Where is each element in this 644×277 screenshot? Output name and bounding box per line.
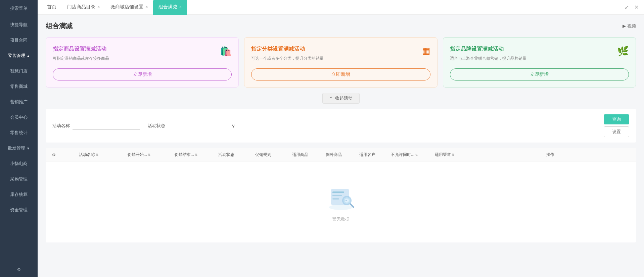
sidebar-item-xiaochang-ecom[interactable]: 小畅电商 [0,156,38,171]
sidebar-item-marketing[interactable]: 营销推广 [0,94,38,110]
chevron-down-icon: ∨ [232,123,235,128]
table-section: ⚙ 活动名称 ⇅ 促销开始... ⇅ 促销结束... ⇅ 活动状态 促销规则 适… [46,148,636,242]
category-card-title: 指定分类设置满减活动 [251,46,430,53]
page-header: 组合满减 ▶ 视频 [46,21,636,31]
cards-section: 🛍️ 指定商品设置满减活动 可指定滞销商品或库存较多商品 立即新增 ▦ 指定分类… [46,37,636,88]
chevron-up-icon: ▲ [27,54,30,58]
sidebar-item-project-contract[interactable]: 项目合同 [0,33,38,48]
play-icon: ▶ [623,23,626,29]
sidebar-item-inventory-calc[interactable]: 库存核算 [0,187,38,202]
filter-name-field: 活动名称 [52,122,140,130]
tab-combo-discount[interactable]: 组合满减 × [153,0,187,15]
setting-button[interactable]: 设置 [604,126,629,137]
th-start[interactable]: 促销开始... ⇅ [116,152,163,158]
filter-status-label: 活动状态 [148,123,165,129]
video-link[interactable]: ▶ 视频 [623,23,636,29]
table-header: ⚙ 活动名称 ⇅ 促销开始... ⇅ 促销结束... ⇅ 活动状态 促销规则 适… [46,148,636,162]
query-button[interactable]: 查询 [604,114,629,124]
filter-status-select[interactable]: ∨ [168,122,235,130]
th-gear[interactable]: ⚙ [46,153,62,157]
tab-store-catalog[interactable]: 门店商品目录 × [62,0,105,15]
sort-icon: ⇅ [148,153,150,157]
collapse-bar: ⌃ 收起活动 [46,93,636,104]
product-card: 🛍️ 指定商品设置满减活动 可指定滞销商品或库存较多商品 立即新增 [46,37,239,88]
sort-icon: ⇅ [452,153,454,157]
filter-name-label: 活动名称 [52,123,70,129]
page-title: 组合满减 [46,21,73,31]
sort-icon: ⇅ [415,153,418,157]
close-icon[interactable]: × [145,5,148,9]
sidebar: 搜索菜单 快捷导航 项目合同 零售管理 ▲ 智慧门店 零售商城 营销推广 会员中… [0,0,38,277]
tab-bar: 首页 门店商品目录 × 微商城店铺设置 × 组合满减 × ⤢ ✕ [38,0,644,15]
sidebar-search[interactable]: 搜索菜单 [0,0,38,17]
gear-icon: ⚙ [52,153,56,157]
svg-rect-4 [332,198,339,200]
empty-icon: ? [324,182,358,212]
product-card-desc: 可指定滞销商品或库存较多商品 [53,55,232,62]
restore-icon[interactable]: ⤢ [623,3,630,11]
product-card-add-button[interactable]: 立即新增 [53,68,232,80]
th-except: 例外商品 [317,152,351,158]
sidebar-item-capital-mgmt[interactable]: 资金管理 [0,202,38,218]
brand-card: 🌿 指定品牌设置满减活动 适合与上游企业联合做营销，提升品牌销量 立即新增 [443,37,636,88]
filter-status-field: 活动状态 ∨ [148,122,235,130]
tab-home[interactable]: 首页 [42,0,62,15]
product-card-title: 指定商品设置满减活动 [53,46,232,53]
close-icon[interactable]: × [97,5,100,9]
sort-icon: ⇅ [195,153,197,157]
sidebar-item-purchase-mgmt[interactable]: 采购管理 [0,171,38,187]
card-icon-category: ▦ [422,46,430,56]
category-card: ▦ 指定分类设置满减活动 可选一个或者多个分类，提升分类的销量 立即新增 [244,37,437,88]
th-rule: 促销规则 [243,152,283,158]
collapse-icon: ⌃ [329,96,333,101]
svg-text:?: ? [345,199,347,203]
content-area: 组合满减 ▶ 视频 🛍️ 指定商品设置满减活动 可指定滞销商品或库存较多商品 立… [38,15,644,277]
window-controls: ⤢ ✕ [623,3,640,11]
filter-actions: 查询 设置 [604,114,629,137]
category-card-desc: 可选一个或者多个分类，提升分类的销量 [251,55,430,62]
settings-button[interactable]: ⚙ [0,262,38,277]
tab-wechat-store-settings[interactable]: 微商城店铺设置 × [105,0,153,15]
chevron-down-icon: ▼ [27,147,30,150]
sort-icon: ⇅ [96,153,98,157]
sidebar-item-retail-stats[interactable]: 零售统计 [0,125,38,141]
empty-text: 暂无数据 [332,216,350,222]
brand-card-title: 指定品牌设置满减活动 [450,46,629,53]
main-area: 首页 门店商品目录 × 微商城店铺设置 × 组合满减 × ⤢ ✕ 组合满减 ▶ … [38,0,644,277]
th-status: 活动状态 [210,152,243,158]
close-icon[interactable]: × [179,5,182,9]
brand-card-desc: 适合与上游企业联合做营销，提升品牌销量 [450,55,629,62]
th-operation: 操作 [465,152,636,158]
sidebar-item-quick-nav[interactable]: 快捷导航 [0,17,38,33]
card-icon-product: 🛍️ [220,46,232,57]
close-icon[interactable]: ✕ [633,3,640,11]
brand-card-add-button[interactable]: 立即新增 [450,68,629,80]
collapse-button[interactable]: ⌃ 收起活动 [322,93,360,104]
sidebar-item-smart-store[interactable]: 智慧门店 [0,63,38,79]
sidebar-item-retail-mgmt[interactable]: 零售管理 ▲ [0,48,38,63]
th-customer: 适用客户 [351,152,384,158]
empty-state: ? 暂无数据 [46,162,636,242]
gear-icon: ⚙ [17,267,21,272]
th-channel[interactable]: 适用渠道 ⇅ [424,152,465,158]
th-name[interactable]: 活动名称 ⇅ [62,152,116,158]
sidebar-item-wholesale-mgmt[interactable]: 批发管理 ▼ [0,141,38,156]
svg-rect-3 [332,195,342,196]
th-goods: 适用商品 [283,152,317,158]
svg-rect-2 [332,191,344,193]
sidebar-item-retail-mall[interactable]: 零售商城 [0,79,38,94]
th-nosame[interactable]: 不允许同时... ⇅ [384,152,424,158]
card-icon-brand: 🌿 [617,46,629,57]
svg-point-0 [329,205,353,210]
category-card-add-button[interactable]: 立即新增 [251,68,430,80]
th-end[interactable]: 促销结束... ⇅ [163,152,210,158]
filter-name-input[interactable] [73,122,140,130]
sidebar-item-member-center[interactable]: 会员中心 [0,110,38,125]
filter-section: 活动名称 活动状态 ∨ 查询 设置 [46,109,636,143]
